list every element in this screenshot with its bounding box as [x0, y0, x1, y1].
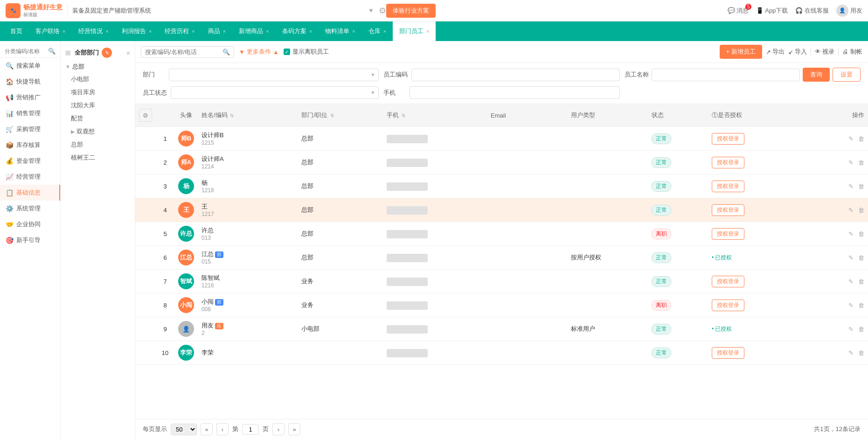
- nav-tab-profit-close[interactable]: ×: [149, 28, 152, 34]
- auth-btn[interactable]: 授权登录: [712, 347, 744, 359]
- dept-item-shenyang[interactable]: 沈阳大库: [61, 99, 135, 112]
- edit-btn[interactable]: ✎: [848, 183, 854, 190]
- edit-btn[interactable]: ✎: [848, 254, 854, 261]
- edit-btn[interactable]: ✎: [848, 159, 854, 166]
- export-btn[interactable]: ↗ 导出: [766, 48, 785, 56]
- show-resigned-wrap[interactable]: ✓ 显示离职员工: [284, 48, 329, 56]
- delete-btn[interactable]: 🗑: [858, 349, 864, 356]
- dept-edit-btn[interactable]: ✎: [102, 48, 112, 58]
- query-btn[interactable]: 查询: [803, 68, 830, 82]
- first-page-btn[interactable]: «: [201, 423, 213, 435]
- title-dropdown-icon[interactable]: ▼: [368, 7, 374, 14]
- per-page-select[interactable]: 50 20 100: [171, 424, 197, 435]
- nav-tab-goods[interactable]: 商品 ×: [201, 21, 232, 41]
- settings-gear-icon[interactable]: ⚙: [379, 6, 386, 16]
- nav-tab-bom-close[interactable]: ×: [352, 28, 355, 34]
- nav-tab-history-close[interactable]: ×: [192, 28, 194, 34]
- user-menu[interactable]: 👤 用友: [836, 5, 862, 17]
- print-btn[interactable]: 🖨 制帐: [842, 48, 862, 56]
- auth-btn[interactable]: 授权登录: [712, 276, 744, 287]
- sidebar-item-finance[interactable]: 💰 资金管理: [0, 153, 60, 169]
- last-page-btn[interactable]: »: [288, 423, 300, 435]
- next-page-btn[interactable]: ›: [272, 423, 285, 435]
- sidebar-item-quick-nav[interactable]: 🏠 快捷导航: [0, 74, 60, 90]
- name-sort-icon[interactable]: ⇅: [230, 113, 234, 118]
- auth-btn[interactable]: 授权登录: [712, 300, 744, 311]
- edit-btn[interactable]: ✎: [848, 230, 854, 237]
- import-btn[interactable]: ↙ 导入: [788, 48, 807, 56]
- phone-input[interactable]: [410, 86, 619, 99]
- auth-btn[interactable]: 授权登录: [712, 204, 744, 216]
- sidebar-search-input[interactable]: [5, 48, 48, 55]
- search-icon[interactable]: 🔍: [222, 49, 230, 56]
- experience-btn[interactable]: 体验行业方案: [386, 4, 436, 18]
- auth-btn[interactable]: 授权登录: [712, 133, 744, 145]
- show-resigned-checkbox[interactable]: ✓: [284, 49, 290, 55]
- delete-btn[interactable]: 🗑: [858, 230, 864, 237]
- sidebar-item-marketing[interactable]: 📢 营销推广: [0, 90, 60, 105]
- dept-all-label[interactable]: 全部部门: [75, 49, 99, 57]
- delete-btn[interactable]: 🗑: [858, 135, 864, 142]
- sidebar-item-system[interactable]: ⚙️ 系统管理: [0, 201, 60, 216]
- delete-btn[interactable]: 🗑: [858, 207, 864, 214]
- dept-select[interactable]: [169, 69, 379, 81]
- delete-btn[interactable]: 🗑: [858, 302, 864, 309]
- set-btn[interactable]: 设置: [833, 68, 861, 82]
- auth-btn[interactable]: 授权登录: [712, 228, 744, 240]
- nav-tab-operation-close[interactable]: ×: [105, 28, 108, 34]
- dept-item-head[interactable]: 总部: [61, 138, 135, 151]
- nav-tab-new-goods[interactable]: 新增商品 ×: [232, 21, 275, 41]
- edit-btn[interactable]: ✎: [848, 278, 854, 285]
- app-download-btn[interactable]: 📱 App下载: [756, 7, 788, 15]
- edit-btn[interactable]: ✎: [848, 135, 854, 142]
- nav-tab-barcode-close[interactable]: ×: [309, 28, 312, 34]
- delete-btn[interactable]: 🗑: [858, 326, 864, 333]
- sidebar-item-collab[interactable]: 🤝 企业协同: [0, 216, 60, 232]
- nav-tab-barcode[interactable]: 条码方案 ×: [276, 21, 319, 41]
- sidebar-item-purchase[interactable]: 🛒 采购管理: [0, 121, 60, 137]
- delete-btn[interactable]: 🗑: [858, 254, 864, 261]
- sidebar-item-business[interactable]: 📈 经营管理: [0, 169, 60, 185]
- sidebar-item-guide[interactable]: 🎯 新手引导: [0, 232, 60, 248]
- dept-group-head-title[interactable]: ▼ 总部: [61, 61, 135, 73]
- nav-tab-dept-staff-close[interactable]: ×: [426, 28, 429, 34]
- dept-collapse-btn[interactable]: «: [126, 49, 130, 56]
- sidebar-item-inventory[interactable]: 📦 库存核算: [0, 137, 60, 153]
- dept-sort-icon[interactable]: ⇅: [330, 113, 334, 118]
- employee-code-input[interactable]: [411, 69, 619, 81]
- nav-tab-profit[interactable]: 利润报告 ×: [115, 21, 158, 41]
- auth-btn[interactable]: 授权登录: [712, 157, 744, 168]
- nav-tab-operation[interactable]: 经营情况 ×: [72, 21, 115, 41]
- dept-item-shuanglu[interactable]: ▶ 双鹿想: [61, 125, 135, 138]
- sidebar-search-icon[interactable]: 🔍: [48, 48, 56, 55]
- dept-item-zhishu[interactable]: 植树王二: [61, 151, 135, 164]
- nav-tab-new-goods-close[interactable]: ×: [266, 28, 269, 34]
- edit-btn[interactable]: ✎: [848, 207, 854, 214]
- page-number-input[interactable]: [242, 424, 259, 435]
- online-service-btn[interactable]: 🎧 在线客服: [795, 7, 829, 15]
- dept-item-distribution[interactable]: 配货: [61, 112, 135, 125]
- nav-tab-dept-staff[interactable]: 部门员工 ×: [393, 21, 436, 41]
- sidebar-item-sales[interactable]: 📊 销售管理: [0, 105, 60, 121]
- more-filter-btn[interactable]: ▼ 更多条件 ▲: [239, 48, 279, 56]
- delete-btn[interactable]: 🗑: [858, 278, 864, 285]
- auth-btn[interactable]: 授权登录: [712, 181, 744, 192]
- search-input[interactable]: [145, 49, 220, 56]
- add-employee-btn[interactable]: + 新增员工: [720, 45, 762, 59]
- nav-tab-bom[interactable]: 物料清单 ×: [319, 21, 361, 41]
- nav-tab-warehouse[interactable]: 仓库 ×: [362, 21, 393, 41]
- phone-sort-icon[interactable]: ⇅: [402, 113, 405, 118]
- nav-tab-customer[interactable]: 客户联络 ×: [29, 21, 72, 41]
- message-btn[interactable]: 💬 消息 5: [728, 7, 749, 15]
- nav-tab-customer-close[interactable]: ×: [62, 28, 65, 34]
- nav-tab-home[interactable]: 首页: [4, 21, 29, 41]
- edit-btn[interactable]: ✎: [848, 326, 854, 333]
- sidebar-item-basic-info[interactable]: 📋 基础信息: [0, 185, 60, 201]
- delete-btn[interactable]: 🗑: [858, 159, 864, 166]
- prev-page-btn[interactable]: ‹: [216, 423, 229, 435]
- dept-item-xiaodian[interactable]: 小电部: [61, 73, 135, 86]
- table-settings-icon[interactable]: ⚙: [139, 109, 152, 122]
- nav-tab-warehouse-close[interactable]: ×: [383, 28, 386, 34]
- edit-btn[interactable]: ✎: [848, 302, 854, 309]
- nav-tab-goods-close[interactable]: ×: [223, 28, 226, 34]
